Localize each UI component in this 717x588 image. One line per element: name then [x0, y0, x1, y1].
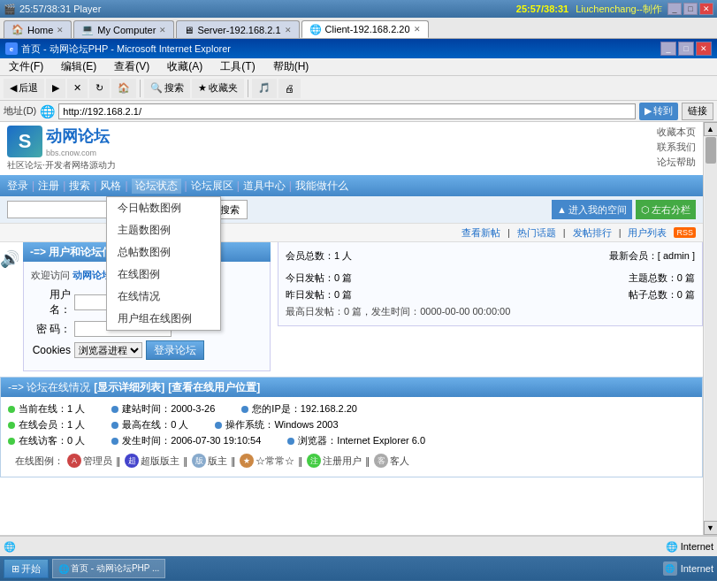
maximize-button[interactable]: □: [683, 3, 698, 15]
nav-search[interactable]: 搜索: [69, 179, 90, 194]
browser-window-controls[interactable]: _ □ ✕: [660, 42, 712, 56]
cookies-select[interactable]: 浏览器进程: [74, 342, 142, 358]
new-posts-link[interactable]: 查看新帖: [461, 226, 500, 240]
help-link[interactable]: 论坛帮助: [657, 156, 696, 169]
menu-help[interactable]: 帮助(H): [268, 58, 315, 75]
lr-split-button[interactable]: ⬡ 左右分栏: [636, 200, 696, 219]
post-rank-link[interactable]: 发帖排行: [573, 226, 612, 240]
menu-bar: 文件(F) 编辑(E) 查看(V) 收藏(A) 工具(T) 帮助(H): [0, 58, 717, 76]
enter-space-button[interactable]: ▲ 进入我的空间: [552, 200, 632, 219]
vip-icon: ★: [240, 454, 254, 468]
print-button[interactable]: 🖨: [278, 79, 301, 98]
scroll-up-arrow[interactable]: ▲: [704, 122, 718, 136]
scroll-track[interactable]: [705, 136, 717, 521]
tab-server[interactable]: 🖥 Server-192.168.2.1 ✕: [176, 20, 299, 38]
status-bar: 🌐 🌐 Internet: [0, 535, 717, 556]
tab-home[interactable]: 🏠 Home ✕: [4, 20, 72, 38]
tab-client-icon: 🌐: [309, 24, 322, 35]
stop-button[interactable]: ✕: [67, 79, 88, 98]
blue-dot3: [111, 422, 118, 429]
nav-login[interactable]: 登录: [7, 179, 28, 194]
address-input[interactable]: [58, 103, 636, 119]
minimize-button[interactable]: _: [667, 3, 682, 15]
home-button[interactable]: 🏠: [111, 79, 136, 98]
online-item-time: 发生时间：2006-07-30 19:10:54: [111, 434, 261, 447]
favorites-toolbar-button[interactable]: ★ 收藏夹: [192, 79, 244, 98]
login-button[interactable]: 登录论坛: [146, 340, 204, 360]
refresh-icon: ↻: [95, 82, 103, 94]
speaker-icon: 🔊: [0, 242, 23, 371]
tab-home-close[interactable]: ✕: [57, 26, 64, 34]
logo-name: 动网论坛: [46, 126, 110, 147]
online-item-founded: 建站时间：2000-3-26: [111, 402, 215, 416]
contact-link[interactable]: 联系我们: [657, 141, 696, 154]
tab-mycomputer-icon: 💻: [81, 24, 94, 35]
user-icons-row: 在线图例： A 管理员 ‖ 超 超版版主 ‖ 版 版主 ‖: [8, 450, 695, 471]
menu-file[interactable]: 文件(F): [4, 58, 49, 75]
arrow-right-icon: ▶: [645, 105, 652, 117]
online-header: -=> 论坛在线情况 [显示详细列表] [查看在线用户位置]: [1, 378, 702, 397]
online-item-current: 当前在线：1 人: [8, 402, 85, 416]
tab-mycomputer-close[interactable]: ✕: [159, 26, 166, 34]
search-toolbar-button[interactable]: 🔍 搜索: [144, 79, 190, 98]
nav-todo[interactable]: 我能做什么: [295, 179, 348, 194]
taskbar-item-ie[interactable]: 🌐 首页 - 动网论坛PHP ...: [52, 559, 165, 578]
windows-icon: ⊞: [11, 563, 19, 575]
forward-icon: ▶: [52, 82, 59, 94]
nav-register[interactable]: 注册: [38, 179, 59, 194]
user-icons-label: 在线图例：: [15, 454, 64, 468]
browser-close[interactable]: ✕: [696, 42, 712, 56]
nav-bar: 登录 | 注册 | 搜索 | 风格 | 论坛状态 | 论坛展区 | 道具中心 |…: [0, 175, 703, 196]
links-button[interactable]: 链接: [682, 103, 713, 120]
tab-client[interactable]: 🌐 Client-192.168.2.20 ✕: [301, 20, 429, 38]
dropdown-item-5[interactable]: 用户组在线图例: [107, 308, 220, 330]
dropdown-item-0[interactable]: 今日帖数图例: [107, 197, 220, 219]
tab-client-close[interactable]: ✕: [414, 25, 421, 34]
nav-tools[interactable]: 道具中心: [243, 179, 286, 194]
scroll-thumb[interactable]: [706, 137, 716, 164]
hot-topics-link[interactable]: 热门话题: [517, 226, 556, 240]
page-content: ▲ ▼ S 动网论坛 bbs.cnow.com 社区论坛·开发者网络源动力 收藏…: [0, 122, 717, 535]
tab-server-close[interactable]: ✕: [285, 26, 292, 34]
nav-zone[interactable]: 论坛展区: [191, 179, 233, 194]
view-pos-link[interactable]: [查看在线用户位置]: [168, 380, 260, 395]
browser-maximize[interactable]: □: [678, 42, 694, 56]
rss-badge[interactable]: RSS: [674, 227, 696, 238]
internet-icon: 🌐: [666, 541, 678, 552]
dropdown-item-2[interactable]: 总帖数图例: [107, 241, 220, 263]
toolbar-separator2: [248, 80, 248, 97]
admin-icon: A: [67, 454, 81, 468]
back-button[interactable]: ◀ 后退: [4, 79, 44, 98]
start-button[interactable]: ⊞ 开始: [4, 559, 49, 578]
tab-mycomputer[interactable]: 💻 My Computer ✕: [73, 20, 174, 38]
go-button[interactable]: ▶ 转到: [639, 103, 678, 120]
menu-tools[interactable]: 工具(T): [215, 58, 260, 75]
vertical-scrollbar[interactable]: ▲ ▼: [703, 122, 717, 535]
scroll-down-arrow[interactable]: ▼: [704, 521, 718, 535]
player-window-controls[interactable]: _ □ ✕: [667, 3, 713, 15]
menu-edit[interactable]: 编辑(E): [56, 58, 102, 75]
dropdown-item-1[interactable]: 主题数图例: [107, 219, 220, 241]
browser-minimize[interactable]: _: [660, 42, 676, 56]
close-button[interactable]: ✕: [699, 3, 713, 15]
supermod-icon-item: 超 超版版主: [125, 454, 179, 468]
logo-domain: bbs.cnow.com: [46, 149, 110, 157]
dropdown-item-4[interactable]: 在线情况: [107, 286, 220, 308]
online-title: -=> 论坛在线情况: [8, 380, 90, 395]
menu-view[interactable]: 查看(V): [109, 58, 155, 75]
online-row1: 当前在线：1 人 建站时间：2000-3-26 您的IP是：192.168.2.…: [8, 402, 695, 416]
nav-style[interactable]: 风格: [100, 179, 121, 194]
show-list-link[interactable]: [显示详细列表]: [94, 380, 164, 395]
address-bar: 地址(D) 🌐 ▶ 转到 链接: [0, 101, 717, 122]
refresh-button[interactable]: ↻: [89, 79, 110, 98]
nav-status[interactable]: 论坛状态: [132, 179, 181, 194]
status-internet: 🌐 Internet: [666, 541, 713, 553]
globe-icon: 🌐: [40, 104, 55, 118]
dropdown-item-3[interactable]: 在线图例: [107, 263, 220, 286]
online-row2: 在线会员：1 人 最高在线：0 人 操作系统：Windows 2003: [8, 418, 695, 431]
menu-favorites[interactable]: 收藏(A): [162, 58, 208, 75]
media-button[interactable]: 🎵: [252, 79, 277, 98]
forward-button[interactable]: ▶: [46, 79, 65, 98]
bookmark-link[interactable]: 收藏本页: [657, 126, 696, 139]
user-list-link[interactable]: 用户列表: [628, 226, 667, 240]
